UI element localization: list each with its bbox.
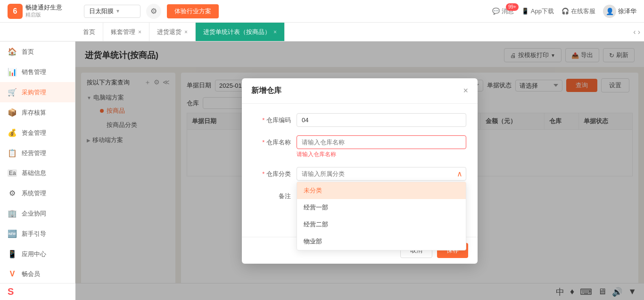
inventory-icon: 📦 — [8, 108, 17, 117]
message-button[interactable]: 💬 消息 99+ — [492, 7, 514, 16]
bottom-left: S — [8, 286, 14, 297]
tab-home[interactable]: 首页 — [75, 23, 103, 41]
category-arrow-icon[interactable]: ∧ — [457, 169, 462, 178]
code-label: 仓库编码 — [253, 113, 291, 125]
user-profile-button[interactable]: 👤 徐泽华 — [603, 5, 636, 18]
sidebar-item-sales-label: 销售管理 — [22, 68, 46, 76]
home-icon: 🏠 — [8, 47, 17, 56]
tab-next-icon[interactable]: › — [638, 28, 640, 36]
form-row-code: 仓库编码 — [253, 113, 466, 127]
sidebar-item-business[interactable]: 📋 经营管理 — [0, 143, 75, 163]
settings-button[interactable]: ⚙ — [146, 4, 161, 19]
sidebar-item-basic-label: 基础信息 — [22, 169, 46, 177]
modal-overlay: 新增仓库 × 仓库编码 仓库名称 — [75, 42, 644, 300]
sidebar-item-guide-label: 新手引导 — [22, 230, 46, 238]
tab-account-close[interactable]: × — [138, 29, 141, 35]
category-input[interactable] — [297, 167, 466, 181]
trial-button[interactable]: 体验行业方案 — [167, 4, 219, 18]
category-select-wrap: ∧ — [297, 167, 466, 181]
app-sub: 精启版 — [25, 11, 62, 18]
property-label: 物业部 — [304, 238, 322, 245]
guide-icon: 🆕 — [8, 229, 17, 238]
category-dropdown: 未分类 经营一部 经营二部 物业部 — [297, 182, 466, 250]
tab-purchase-stat-close[interactable]: × — [273, 29, 277, 35]
dialog-close-button[interactable]: × — [463, 86, 468, 96]
sidebar-item-home[interactable]: 🏠 首页 — [0, 42, 75, 62]
business-icon: 📋 — [8, 149, 17, 158]
tab-purchase-return-label: 进货退货 — [157, 28, 182, 36]
sidebar-item-finance-label: 资金管理 — [22, 129, 46, 137]
tab-bar: 首页 账套管理 × 进货退货 × 进货单统计表（按商品） × ‹ › — [0, 23, 644, 42]
finance-icon: 💰 — [8, 128, 17, 137]
sidebar-item-finance[interactable]: 💰 资金管理 — [0, 123, 75, 143]
tab-purchase-return[interactable]: 进货退货 × — [149, 23, 196, 41]
sidebar-item-inventory[interactable]: 📦 库存核算 — [0, 102, 75, 123]
sidebar-item-basic[interactable]: Ea 基础信息 — [0, 163, 75, 183]
main-content: 进货单统计(按商品) 🖨 按模板打印 ▼ 📤 导出 ↻ 刷新 — [75, 42, 644, 300]
sidebar-item-purchase[interactable]: 🛒 采购管理 — [0, 82, 75, 102]
dialog-header: 新增仓库 × — [242, 78, 478, 104]
sidebar-item-apps[interactable]: 📱 应用中心 — [0, 244, 75, 264]
sidebar-item-inventory-label: 库存核算 — [22, 108, 46, 117]
basic-icon: Ea — [8, 169, 17, 177]
headset-icon: 🎧 — [561, 8, 569, 15]
store-name: 日太阳膜 — [89, 7, 114, 16]
sidebar-item-member-label: 畅会员 — [22, 270, 40, 278]
dropdown-item-dept2[interactable]: 经营二部 — [297, 216, 466, 233]
sidebar-item-system[interactable]: ⚙ 系统管理 — [0, 183, 75, 203]
sidebar-item-apps-label: 应用中心 — [22, 250, 46, 258]
online-service-button[interactable]: 🎧 在线客服 — [561, 7, 595, 16]
tab-bar-actions: ‹ › — [629, 23, 644, 41]
code-input-wrap — [297, 113, 466, 127]
app-logo-icon: 6 — [8, 4, 23, 19]
sidebar-item-enterprise-label: 企业协同 — [22, 209, 46, 218]
sidebar-item-member[interactable]: V 畅会员 — [0, 264, 75, 284]
gear-icon: ⚙ — [150, 7, 157, 16]
dept2-label: 经营二部 — [304, 221, 328, 228]
dialog-title: 新增仓库 — [251, 86, 281, 96]
logo-area: 6 畅捷通好生意 精启版 — [8, 4, 78, 19]
online-service-label: 在线客服 — [571, 7, 595, 16]
notes-label: 备注 — [253, 189, 291, 200]
sidebar-item-sales[interactable]: 📊 销售管理 — [0, 62, 75, 82]
app-download-label: App下载 — [531, 7, 554, 16]
s-logo: S — [8, 286, 14, 297]
tab-purchase-stat[interactable]: 进货单统计表（按商品） × — [196, 23, 285, 41]
warehouse-code-input[interactable] — [297, 113, 466, 127]
dept1-label: 经营一部 — [304, 204, 328, 211]
logo-text-group: 畅捷通好生意 精启版 — [25, 4, 62, 19]
sidebar-item-guide[interactable]: 🆕 新手引导 — [0, 224, 75, 244]
new-warehouse-dialog: 新增仓库 × 仓库编码 仓库名称 — [242, 78, 478, 264]
category-input-wrap: ∧ 未分类 经营一部 经营二部 — [297, 167, 466, 181]
tab-prev-icon[interactable]: ‹ — [633, 28, 636, 36]
tab-account[interactable]: 账套管理 × — [103, 23, 149, 41]
dropdown-item-dept1[interactable]: 经营一部 — [297, 199, 466, 216]
user-icon: 👤 — [606, 8, 614, 15]
tab-home-label: 首页 — [83, 28, 95, 36]
sidebar-item-enterprise[interactable]: 🏢 企业协同 — [0, 203, 75, 224]
app-name: 畅捷通好生意 — [25, 4, 62, 12]
dropdown-item-property[interactable]: 物业部 — [297, 233, 466, 250]
header-right: 💬 消息 99+ 📱 App下载 🎧 在线客服 👤 徐泽华 — [492, 5, 636, 18]
enterprise-icon: 🏢 — [8, 209, 17, 218]
main-layout: 🏠 首页 📊 销售管理 🛒 采购管理 📦 库存核算 💰 资金管理 📋 经营管理 … — [0, 42, 644, 300]
app-download-button[interactable]: 📱 App下载 — [521, 7, 554, 16]
user-name: 徐泽华 — [618, 7, 636, 16]
sidebar-item-home-label: 首页 — [22, 48, 34, 56]
name-error-msg: 请输入仓库名称 — [297, 150, 466, 158]
store-selector[interactable]: 日太阳膜 ▼ — [84, 5, 140, 18]
purchase-icon: 🛒 — [8, 88, 17, 97]
message-badge: 99+ — [506, 3, 519, 11]
sidebar-item-purchase-label: 采购管理 — [22, 88, 46, 97]
tab-account-label: 账套管理 — [111, 28, 135, 36]
sidebar: 🏠 首页 📊 销售管理 🛒 采购管理 📦 库存核算 💰 资金管理 📋 经营管理 … — [0, 42, 75, 300]
warehouse-name-input[interactable] — [297, 135, 466, 149]
store-dropdown-arrow: ▼ — [116, 8, 120, 14]
tab-purchase-return-close[interactable]: × — [184, 29, 188, 35]
system-icon: ⚙ — [8, 189, 17, 198]
member-icon: V — [8, 270, 17, 278]
name-label: 仓库名称 — [253, 135, 291, 147]
dropdown-item-uncategorized[interactable]: 未分类 — [297, 182, 466, 199]
tab-purchase-stat-label: 进货单统计表（按商品） — [203, 28, 271, 36]
uncategorized-label: 未分类 — [304, 187, 322, 194]
